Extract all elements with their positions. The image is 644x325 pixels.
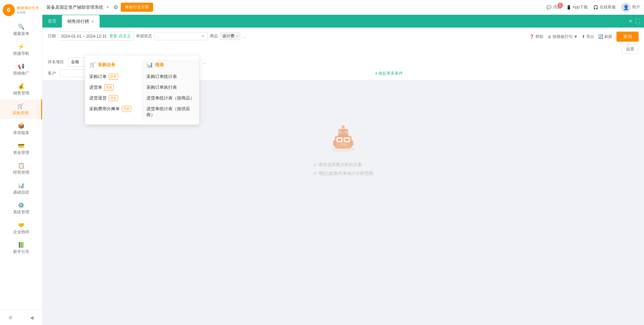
dropdown-item-order-exec[interactable]: 采购订单执行表 <box>146 82 195 93</box>
right-action-panel: ❓ 帮助 🖨 按模板打印 ▼ ⬆ 导出 <box>529 32 639 54</box>
logo-icon: 6 <box>3 4 15 16</box>
customer-placeholder: ... <box>63 71 66 76</box>
empty-state-text: ① 请先选择要分析的方案 ② 用[过滤]条件来缩小分析范围 <box>313 160 373 178</box>
svg-rect-8 <box>351 140 353 146</box>
tab-sales-rank-label: 销售排行榜 <box>67 18 89 25</box>
hist-badge-3: 历史 <box>122 106 131 112</box>
sidebar-item-inventory[interactable]: 📦库存核算 <box>0 119 42 139</box>
query-button[interactable]: 查询 <box>616 32 639 42</box>
sidebar-item-newbie[interactable]: 📗新手引导 <box>0 238 42 258</box>
report-col-icon: 📊 <box>146 62 153 68</box>
refresh-icon: 🔄 <box>598 34 603 39</box>
chevron-up-icon: ∧ <box>375 71 378 76</box>
date-more[interactable]: 更多 <box>109 33 117 39</box>
sidebar-collapse-btn[interactable]: ◀ <box>29 314 35 322</box>
messages-btn[interactable]: 💬 消息 5 <box>546 4 561 10</box>
sidebar-item-label-newbie: 新手引导 <box>13 249 29 255</box>
export-btn[interactable]: ⬆ 导出 <box>582 34 594 40</box>
tab-sales-rank[interactable]: 销售排行榜 ✕ <box>62 15 100 28</box>
headset-icon: 🎧 <box>593 5 598 10</box>
sidebar-item-quicknav[interactable]: ⚡快捷导航 <box>0 40 42 60</box>
sidebar-item-finance[interactable]: 💳资金管理 <box>0 139 42 159</box>
settings-icon[interactable]: ⚙ <box>113 4 118 10</box>
sidebar-item-search[interactable]: 🔍搜索菜单 <box>0 20 42 40</box>
dropdown-item-order-stat[interactable]: 采购订单统计表 <box>146 71 195 82</box>
dropdown-item-stock-supplier[interactable]: 进货单统计表（按供应商） <box>146 104 195 120</box>
collab-icon: 🤝 <box>18 222 25 228</box>
dropdown-item-purchase-order[interactable]: 采购订单 历史 <box>89 71 138 82</box>
system-title: 装备及固定资产辅助管理系统 <box>46 4 103 10</box>
print-btn[interactable]: 🖨 按模板打印 ▼ <box>547 34 578 40</box>
refresh-btn[interactable]: 🔄 刷新 <box>598 34 612 40</box>
close-window-icon[interactable]: ✕ <box>629 18 633 24</box>
chevron-status-icon: ▼ <box>201 34 205 39</box>
sidebar-item-basicinfo[interactable]: 📊基础信息 <box>0 179 42 199</box>
collapse-btn[interactable]: ∧ 收起更多条件 <box>375 71 403 76</box>
dropdown-cols: 🛒 采购业务 采购订单 历史 进货单 历史 进货退货 <box>85 59 199 120</box>
goods-label: 商品 <box>210 33 218 39</box>
message-badge: 5 <box>558 3 563 8</box>
date-input[interactable]: 2024-01-01 ~ 2024-12-31 更多 自定义 <box>58 32 134 41</box>
dropdown-item-stock-goods[interactable]: 进货单统计表（按商品） <box>146 93 195 104</box>
svg-rect-5 <box>345 139 349 141</box>
expand-icon[interactable]: ⛶ <box>635 18 640 24</box>
svg-rect-4 <box>338 139 341 141</box>
industry-btn[interactable]: 体验行业方案 <box>121 3 153 12</box>
tab-home[interactable]: 首页 <box>42 15 62 28</box>
system-icon: ⚙️ <box>18 202 25 208</box>
sidebar-nav: 🔍搜索菜单⚡快捷导航📢营销推广💰销售管理🛒采购管理📦库存核算💳资金管理📋经营管理… <box>0 20 42 310</box>
dropdown-item-stock-return[interactable]: 进货退货 历史 <box>89 93 138 104</box>
hist-badge-2: 历史 <box>109 95 118 101</box>
app-download-btn[interactable]: 📱 App下载 <box>566 4 588 10</box>
sidebar-item-label-basicinfo: 基础信息 <box>13 190 29 195</box>
sidebar-item-label-search: 搜索菜单 <box>13 31 29 37</box>
sidebar-item-label-operation: 经营管理 <box>13 170 29 175</box>
dropdown-col2-title: 📊 报表 <box>146 59 195 71</box>
svg-rect-7 <box>333 140 336 146</box>
salesperson-dots[interactable]: ... <box>203 59 207 65</box>
message-icon: 💬 <box>546 5 551 10</box>
tab-close-icon[interactable]: ✕ <box>91 19 94 24</box>
date-value: 2024-01-01 ~ 2024-12-31 <box>61 34 107 39</box>
rank-label: 排名项目 <box>48 59 64 65</box>
quicknav-icon: ⚡ <box>18 43 25 50</box>
sidebar-item-system[interactable]: ⚙️系统管理 <box>0 199 42 218</box>
sidebar-settings-btn[interactable]: ⚙ <box>7 314 14 322</box>
operation-icon: 📋 <box>18 162 25 169</box>
sidebar-item-operation[interactable]: 📋经营管理 <box>0 159 42 179</box>
dropdown-item-stock-in[interactable]: 进货单 历史 <box>89 82 138 93</box>
topbar: 装备及固定资产辅助管理系统 ▼ ⚙ 体验行业方案 💬 消息 5 📱 App下载 … <box>42 0 644 15</box>
dropdown-item-purchase-cost[interactable]: 采购费用分摊单 历史 <box>89 104 138 114</box>
svg-point-14 <box>346 131 347 133</box>
sidebar-bottom: ⚙ ◀ <box>0 310 42 325</box>
sidebar-item-label-collab: 企业协同 <box>13 229 29 235</box>
online-service-btn[interactable]: 🎧 在线客服 <box>593 4 616 10</box>
goods-dots[interactable]: ... <box>242 34 246 39</box>
print-icon: 🖨 <box>547 34 551 39</box>
purchase-icon: 🛒 <box>17 103 24 109</box>
sidebar-item-label-finance: 资金管理 <box>13 150 29 156</box>
search-icon: 🔍 <box>18 24 25 30</box>
goods-tag: 设计费 × <box>220 32 240 40</box>
status-placeholder: ... <box>157 34 160 39</box>
sidebar-item-marketing[interactable]: 📢营销推广 <box>0 60 42 80</box>
sales-icon: 💰 <box>18 83 25 89</box>
topbar-dropdown[interactable]: ▼ <box>106 5 109 9</box>
user-avatar[interactable]: 👤 用户 <box>621 3 640 12</box>
svg-rect-6 <box>340 144 347 146</box>
hist-badge-1: 历史 <box>104 84 114 90</box>
svg-point-13 <box>339 131 341 133</box>
tab-expand: ✕ ⛶ <box>624 18 644 24</box>
sidebar-item-collab[interactable]: 🤝企业协同 <box>0 218 42 238</box>
sidebar-item-label-inventory: 库存核算 <box>13 130 29 136</box>
status-input[interactable]: ... ▼ <box>154 32 208 40</box>
tabs-bar: 首页 销售排行榜 ✕ ✕ ⛶ <box>42 15 644 28</box>
help-btn[interactable]: ❓ 帮助 <box>529 34 543 40</box>
sidebar-item-sales[interactable]: 💰销售管理 <box>0 80 42 99</box>
sidebar-item-purchase[interactable]: 🛒采购管理 <box>0 99 42 119</box>
settings-button[interactable]: 设置 <box>622 44 639 54</box>
purchase-col-icon: 🛒 <box>89 62 96 68</box>
goods-tag-close-icon[interactable]: × <box>236 34 238 38</box>
chevron-down-icon: ▼ <box>106 5 109 9</box>
date-custom[interactable]: 自定义 <box>119 33 131 39</box>
